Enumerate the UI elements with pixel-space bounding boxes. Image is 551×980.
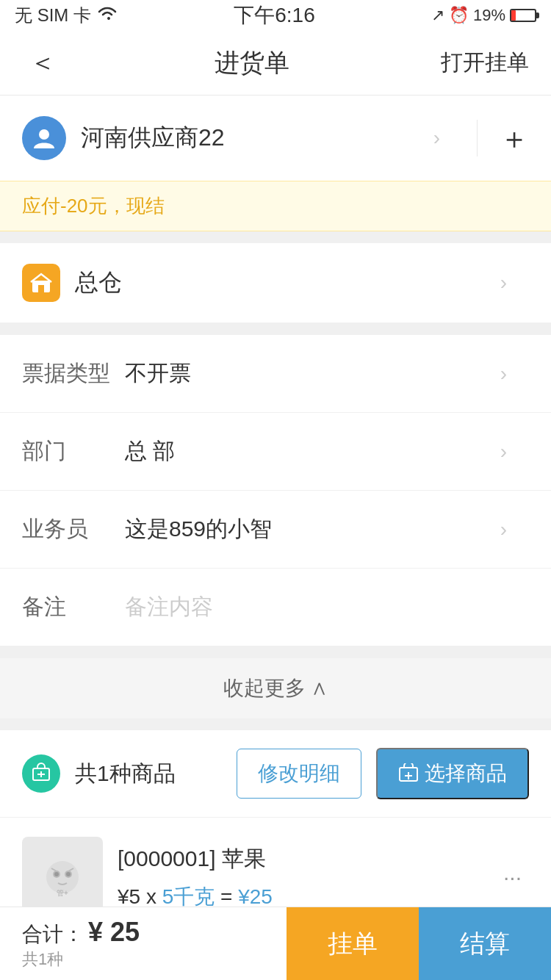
department-chevron-icon: › bbox=[500, 440, 507, 464]
product-more-button[interactable]: ··· bbox=[496, 857, 529, 897]
battery-text: 19% bbox=[473, 6, 505, 25]
settle-button[interactable]: 结算 bbox=[419, 907, 551, 980]
warehouse-icon bbox=[22, 264, 60, 302]
price-total: ¥25 bbox=[238, 885, 273, 908]
invoice-type-row[interactable]: 票据类型 不开票 › bbox=[0, 335, 551, 413]
svg-point-0 bbox=[39, 129, 49, 140]
product-count-icon bbox=[22, 754, 60, 793]
total-area: 合计： ¥ 25 共1种 bbox=[0, 907, 287, 980]
bottom-bar: 合计： ¥ 25 共1种 挂单 结算 bbox=[0, 907, 551, 980]
supplier-avatar bbox=[22, 116, 66, 160]
select-product-button[interactable]: 选择商品 bbox=[376, 748, 529, 799]
remarks-placeholder: 备注内容 bbox=[125, 592, 529, 622]
warehouse-name: 总仓 bbox=[75, 267, 500, 299]
wifi-icon bbox=[97, 5, 118, 26]
price-qty: 5千克 bbox=[162, 885, 215, 908]
collapse-text: 收起更多 ∧ bbox=[223, 677, 328, 699]
main-content: 河南供应商22 › ＋ 应付-20元，现结 总仓 › 票据类型 不开票 bbox=[0, 96, 551, 980]
add-supplier-button[interactable]: ＋ bbox=[500, 118, 529, 159]
warehouse-row[interactable]: 总仓 › bbox=[0, 243, 551, 323]
department-label: 部门 bbox=[22, 436, 125, 466]
product-thumbnail: 管+ bbox=[22, 837, 103, 918]
svg-point-9 bbox=[66, 872, 71, 876]
supplier-name: 河南供应商22 bbox=[81, 122, 433, 154]
notice-bar: 应付-20元，现结 bbox=[0, 181, 551, 231]
status-left: 无 SIM 卡 bbox=[15, 4, 118, 27]
salesperson-row[interactable]: 业务员 这是859的小智 › bbox=[0, 491, 551, 569]
price-unit: ¥5 bbox=[118, 885, 140, 908]
product-id: [0000001] bbox=[118, 846, 215, 871]
total-label: 合计： bbox=[22, 920, 84, 948]
invoice-type-label: 票据类型 bbox=[22, 359, 125, 389]
settle-label: 结算 bbox=[460, 927, 510, 961]
carrier-text: 无 SIM 卡 bbox=[15, 4, 91, 27]
department-row[interactable]: 部门 总 部 › bbox=[0, 413, 551, 491]
remarks-row[interactable]: 备注 备注内容 bbox=[0, 569, 551, 646]
warehouse-section: 总仓 › bbox=[0, 243, 551, 323]
total-amount: ¥ 25 bbox=[88, 917, 140, 948]
invoice-chevron-icon: › bbox=[500, 362, 507, 386]
form-section: 票据类型 不开票 › 部门 总 部 › 业务员 这是859的小智 › 备注 备注… bbox=[0, 335, 551, 646]
location-icon: ↗ bbox=[431, 6, 444, 25]
status-right: ↗ ⏰ 19% bbox=[431, 6, 536, 25]
supplier-chevron-icon: › bbox=[433, 126, 440, 150]
salesperson-label: 业务员 bbox=[22, 514, 125, 544]
pending-label: 挂单 bbox=[328, 927, 378, 961]
status-time: 下午6:16 bbox=[234, 1, 315, 29]
product-count-text: 共1种商品 bbox=[75, 759, 222, 789]
salesperson-value: 这是859的小智 bbox=[125, 514, 500, 544]
battery-icon bbox=[510, 9, 536, 22]
product-title: 苹果 bbox=[222, 846, 266, 871]
remarks-label: 备注 bbox=[22, 592, 125, 622]
supplier-section: 河南供应商22 › ＋ 应付-20元，现结 bbox=[0, 96, 551, 231]
product-header: 共1种商品 修改明细 选择商品 bbox=[0, 730, 551, 818]
divider bbox=[477, 120, 478, 156]
pending-button[interactable]: 挂单 bbox=[287, 907, 419, 980]
alarm-icon: ⏰ bbox=[449, 6, 469, 25]
page-title: 进货单 bbox=[215, 46, 289, 80]
salesperson-chevron-icon: › bbox=[500, 518, 507, 541]
invoice-type-value: 不开票 bbox=[125, 359, 500, 389]
nav-bar: ＜ 进货单 打开挂单 bbox=[0, 31, 551, 96]
svg-point-8 bbox=[54, 872, 59, 876]
svg-text:管+: 管+ bbox=[57, 889, 68, 897]
notice-text: 应付-20元，现结 bbox=[22, 195, 165, 217]
product-name: [0000001] 苹果 bbox=[118, 844, 481, 874]
edit-detail-button[interactable]: 修改明细 bbox=[237, 749, 361, 799]
select-product-label: 选择商品 bbox=[425, 760, 507, 788]
department-value: 总 部 bbox=[125, 436, 500, 466]
supplier-row[interactable]: 河南供应商22 › ＋ bbox=[0, 96, 551, 181]
back-button[interactable]: ＜ bbox=[22, 37, 63, 88]
open-pending-button[interactable]: 打开挂单 bbox=[441, 48, 529, 78]
status-bar: 无 SIM 卡 下午6:16 ↗ ⏰ 19% bbox=[0, 0, 551, 31]
product-info: [0000001] 苹果 ¥5 x 5千克 = ¥25 bbox=[118, 844, 481, 911]
warehouse-chevron-icon: › bbox=[500, 271, 507, 295]
collapse-button[interactable]: 收起更多 ∧ bbox=[0, 658, 551, 718]
svg-rect-2 bbox=[38, 285, 44, 292]
total-count: 共1种 bbox=[22, 948, 264, 970]
products-section: 共1种商品 修改明细 选择商品 bbox=[0, 730, 551, 935]
